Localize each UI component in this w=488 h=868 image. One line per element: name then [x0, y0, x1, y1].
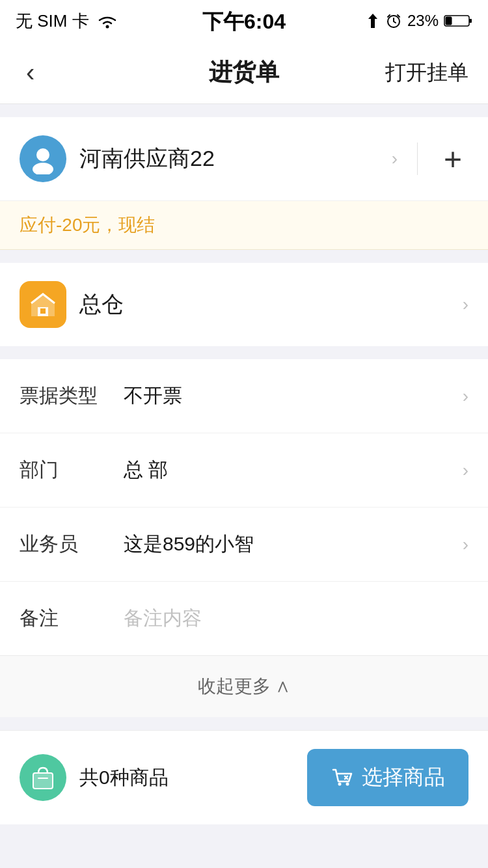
shopping-bag-icon	[29, 764, 57, 791]
mid-divider2	[0, 346, 488, 359]
battery-text: 23%	[407, 12, 439, 30]
svg-rect-9	[33, 773, 53, 789]
bottom-divider	[0, 717, 488, 730]
alarm-icon	[385, 12, 402, 29]
remark-input[interactable]: 备注内容	[98, 605, 468, 632]
supplier-avatar	[20, 135, 66, 182]
status-bar: 无 SIM 卡 下午6:04 23%	[0, 0, 488, 42]
top-divider	[0, 104, 488, 117]
products-bar: 共0种商品 选择商品	[0, 730, 488, 824]
svg-rect-3	[446, 17, 452, 25]
status-right: 23%	[366, 12, 472, 30]
collapse-label: 收起更多 ∧	[198, 674, 291, 699]
select-goods-label: 选择商品	[362, 763, 445, 792]
remark-label: 备注	[20, 605, 98, 632]
person-icon	[27, 143, 59, 174]
salesperson-value: 这是859的小智	[98, 531, 463, 558]
status-time: 下午6:04	[202, 8, 286, 36]
supplier-chevron-icon: ›	[392, 148, 398, 169]
invoice-type-label: 票据类型	[20, 383, 98, 409]
mid-divider1	[0, 250, 488, 263]
back-button[interactable]: ‹	[20, 51, 41, 94]
salesperson-label: 业务员	[20, 531, 98, 558]
warehouse-chevron-icon: ›	[463, 294, 468, 315]
warehouse-name: 总仓	[79, 290, 463, 319]
battery-icon	[444, 14, 472, 28]
salesperson-chevron-icon: ›	[463, 534, 468, 555]
products-count: 共0种商品	[79, 765, 307, 791]
remark-row[interactable]: 备注 备注内容	[0, 582, 488, 655]
location-icon	[366, 12, 380, 29]
status-left: 无 SIM 卡	[16, 10, 119, 33]
products-icon-wrap	[20, 754, 66, 801]
salesperson-row[interactable]: 业务员 这是859的小智 ›	[0, 508, 488, 582]
svg-point-0	[105, 25, 109, 29]
supplier-right: › +	[392, 141, 468, 177]
wifi-icon	[96, 12, 119, 29]
svg-rect-4	[469, 19, 472, 23]
warehouse-icon	[29, 290, 57, 319]
invoice-type-row[interactable]: 票据类型 不开票 ›	[0, 359, 488, 433]
department-row[interactable]: 部门 总 部 ›	[0, 433, 488, 508]
cart-icon	[331, 766, 354, 789]
add-supplier-button[interactable]: +	[437, 141, 468, 177]
svg-rect-8	[40, 308, 46, 314]
form-section: 票据类型 不开票 › 部门 总 部 › 业务员 这是859的小智 › 备注 备注…	[0, 359, 488, 655]
supplier-row[interactable]: 河南供应商22 › +	[0, 117, 488, 201]
department-chevron-icon: ›	[463, 460, 468, 481]
warehouse-icon-wrap	[20, 281, 66, 328]
supplier-name: 河南供应商22	[79, 144, 392, 174]
nav-bar: ‹ 进货单 打开挂单	[0, 42, 488, 104]
open-pending-button[interactable]: 打开挂单	[385, 59, 468, 87]
svg-point-11	[346, 783, 349, 786]
department-label: 部门	[20, 457, 98, 483]
invoice-type-chevron-icon: ›	[463, 386, 468, 407]
carrier-text: 无 SIM 卡	[16, 10, 89, 33]
warehouse-row[interactable]: 总仓 ›	[0, 263, 488, 346]
supplier-card: 河南供应商22 › + 应付-20元，现结	[0, 117, 488, 250]
invoice-type-value: 不开票	[98, 383, 463, 409]
select-goods-button[interactable]: 选择商品	[307, 749, 468, 806]
department-value: 总 部	[98, 457, 463, 483]
svg-point-5	[36, 148, 49, 161]
page-title: 进货单	[209, 57, 279, 88]
svg-point-10	[338, 783, 342, 786]
supplier-divider	[417, 142, 418, 175]
warehouse-card[interactable]: 总仓 ›	[0, 263, 488, 346]
notice-text: 应付-20元，现结	[20, 215, 155, 235]
svg-point-6	[33, 163, 53, 174]
notice-banner: 应付-20元，现结	[0, 201, 488, 250]
collapse-row[interactable]: 收起更多 ∧	[0, 655, 488, 717]
